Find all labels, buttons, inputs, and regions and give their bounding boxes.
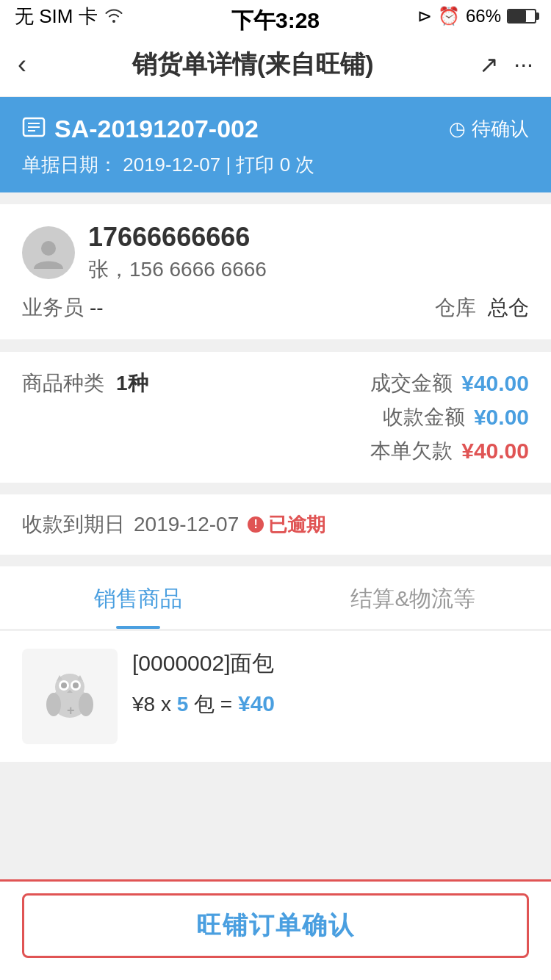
received-amount-row: 收款金额 ¥0.00 [383,403,529,431]
confirm-order-button[interactable]: 旺铺订单确认 [22,893,529,958]
avatar [22,226,75,279]
received-value: ¥0.00 [474,405,529,430]
brand-logo: + [40,671,99,722]
svg-point-4 [41,241,56,256]
overdue-icon: ! [248,516,264,533]
quantity-value: 5 [177,693,189,716]
price-value: ¥8 [132,693,155,716]
svg-point-13 [79,693,93,716]
location-icon: ⊳ [417,6,432,26]
status-right: ⊳ ⏰ 66% [417,6,536,26]
order-date: 单据日期： 2019-12-07 | 打印 0 次 [22,152,529,178]
due-label: 收款到期日 [22,511,125,538]
due-date: 2019-12-07 [134,513,239,536]
owed-value: ¥40.00 [461,439,529,464]
status-bar: 无 SIM 卡 下午3:28 ⊳ ⏰ 66% [0,0,551,32]
svg-point-10 [73,682,79,688]
product-price-row: ¥8 x 5 包 = ¥40 [132,691,529,718]
more-icon[interactable]: ··· [514,51,533,78]
nav-bar: ‹ 销货单详情(来自旺铺) ↗ ··· [0,32,551,97]
deal-amount-row: 成交金额 ¥40.00 [370,370,529,397]
overdue-text: 已逾期 [268,512,325,538]
unit-text: 包 [194,693,215,716]
category-value: 1种 [116,370,148,397]
owed-label: 本单欠款 [370,437,453,465]
sales-value: -- [90,296,104,320]
tab-products-label: 销售商品 [94,586,182,610]
battery-icon [507,9,536,24]
page-title: 销货单详情(来自旺铺) [132,48,374,82]
alarm-icon: ⏰ [438,6,460,26]
product-list: + [0000002]面包 ¥8 x 5 包 = ¥40 [0,631,551,762]
sales-label: 业务员 [22,294,84,322]
equals-sign: = [220,693,238,716]
order-status: ◷ 待确认 [449,116,529,142]
deal-label: 成交金额 [370,370,453,397]
received-label: 收款金额 [383,403,465,431]
date-label: 单据日期： [22,154,118,176]
status-left: 无 SIM 卡 [15,4,124,29]
sales-warehouse-row: 业务员 -- 仓库 总仓 [22,294,529,322]
tab-settlement-label: 结算&物流等 [350,586,475,610]
customer-phone: 17666666666 [88,222,267,253]
order-header: SA-20191207-002 ◷ 待确认 单据日期： 2019-12-07 |… [0,97,551,192]
amount-info: 成交金额 ¥40.00 收款金额 ¥0.00 本单欠款 ¥40.00 [370,370,529,465]
deal-value: ¥40.00 [461,371,529,396]
svg-text:+: + [67,703,75,718]
product-details: [0000002]面包 ¥8 x 5 包 = ¥40 [132,649,529,718]
battery-text: 66% [466,6,501,26]
nav-actions: ↗ ··· [479,51,533,79]
share-icon[interactable]: ↗ [479,51,499,79]
wifi-icon [104,5,124,28]
confirm-btn-container: 旺铺订单确认 [0,879,551,980]
total-value: ¥40 [238,691,275,716]
warehouse-label: 仓库 [435,294,476,322]
category-label: 商品种类 [22,370,104,397]
tab-products[interactable]: 销售商品 [0,566,276,629]
warehouse-value: 总仓 [488,294,529,322]
order-icon [22,115,46,143]
svg-point-9 [61,682,67,688]
order-id: SA-20191207-002 [22,115,259,143]
date-value: 2019-12-07 [123,154,220,176]
carrier-text: 无 SIM 卡 [15,4,98,29]
category-info: 商品种类 1种 [22,370,148,397]
customer-name: 张，156 6666 6666 [88,256,267,284]
product-thumbnail: + [22,649,118,744]
clock-icon: ◷ [449,118,466,140]
overdue-badge: ! 已逾期 [248,512,325,538]
multiply-sign: x [161,693,177,716]
product-name: [0000002]面包 [132,649,529,679]
order-id-text: SA-20191207-002 [54,115,259,143]
tab-bar: 销售商品 结算&物流等 [0,566,551,630]
owed-amount-row: 本单欠款 ¥40.00 [370,437,529,465]
customer-info: 17666666666 张，156 6666 6666 [88,222,267,284]
tab-settlement[interactable]: 结算&物流等 [276,566,551,629]
svg-point-12 [46,693,61,716]
customer-section: 17666666666 张，156 6666 6666 业务员 -- 仓库 总仓 [0,204,551,339]
summary-section: 商品种类 1种 成交金额 ¥40.00 收款金额 ¥0.00 本单欠款 ¥40.… [0,352,551,483]
back-button[interactable]: ‹ [18,49,26,80]
print-info: | 打印 0 次 [226,154,314,176]
status-text: 待确认 [472,116,529,142]
due-date-section: 收款到期日 2019-12-07 ! 已逾期 [0,494,551,555]
time-display: 下午3:28 [231,6,320,36]
